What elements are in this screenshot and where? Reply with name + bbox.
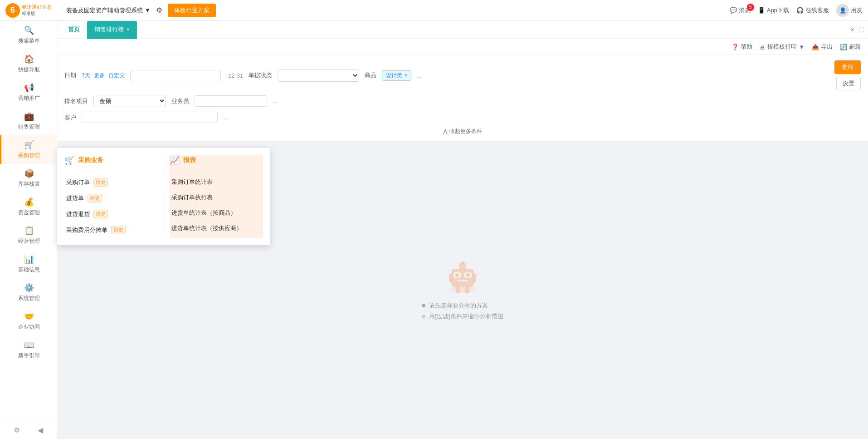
menu-item-incoming-stats-supplier-label: 进货单统计表（按供应商） xyxy=(171,224,242,232)
message-icon: 💬 xyxy=(730,7,737,14)
industry-btn[interactable]: 体验行业方案 xyxy=(168,4,216,17)
menu-item-incoming-stats-product-label: 进货单统计表（按商品） xyxy=(171,209,236,217)
online-service-label: 在线客服 xyxy=(805,6,829,15)
menu-item-returns-label: 进货退货 xyxy=(66,210,90,218)
menu-item-returns[interactable]: 进货退货 历史 xyxy=(64,206,158,222)
top-bar: 6 畅捷通好生意 标准版 装备及固定资产辅助管理系统 ▼ ⚙ 体验行业方案 💬 … xyxy=(0,0,868,21)
menu-item-purchase-order-exec-label: 采购订单执行表 xyxy=(171,193,213,202)
app-download-item[interactable]: 📱 App下载 xyxy=(758,6,789,15)
dropdown-overlay: 🛒 采购业务 采购订单 历史 进货单 历史 进货退货 历史 采购费用分摊单 xyxy=(0,21,868,439)
menu-item-purchase-order[interactable]: 采购订单 历史 xyxy=(64,174,158,190)
menu-item-purchase-expense[interactable]: 采购费用分摊单 历史 xyxy=(64,222,158,238)
system-title[interactable]: 装备及固定资产辅助管理系统 ▼ xyxy=(66,6,152,15)
user-avatar: 👤 xyxy=(836,4,849,17)
report-section-title: 📈 报表 xyxy=(170,155,263,169)
system-dropdown-icon: ▼ xyxy=(145,7,151,14)
menu-item-purchase-order-exec[interactable]: 采购订单执行表 xyxy=(170,190,263,205)
report-section-label: 报表 xyxy=(183,156,196,164)
system-title-text: 装备及固定资产辅助管理系统 xyxy=(66,6,143,15)
phone-icon: 📱 xyxy=(758,7,765,14)
dropdown-menu: 🛒 采购业务 采购订单 历史 进货单 历史 进货退货 历史 采购费用分摊单 xyxy=(57,148,270,245)
menu-item-purchase-expense-label: 采购费用分摊单 xyxy=(66,226,107,234)
logo-icon: 6 xyxy=(5,3,20,18)
app-download-label: App下载 xyxy=(767,6,789,15)
purchase-order-history-badge: 历史 xyxy=(93,178,108,187)
report-section-icon: 📈 xyxy=(170,155,180,165)
purchase-section-icon: 🛒 xyxy=(64,155,74,165)
purchase-section-label: 采购业务 xyxy=(78,156,103,164)
user-item[interactable]: 👤 用友 xyxy=(836,4,863,17)
menu-divider xyxy=(164,155,164,238)
logo-badge: 标准版 xyxy=(22,10,52,17)
logo-text: 畅捷通好生意 xyxy=(22,4,52,10)
purchase-menu-section: 🛒 采购业务 采购订单 历史 进货单 历史 进货退货 历史 采购费用分摊单 xyxy=(64,155,158,238)
online-service-item[interactable]: 🎧 在线客服 xyxy=(796,6,829,15)
returns-history-badge: 历史 xyxy=(93,210,108,218)
report-menu-section: 📈 报表 采购订单统计表 采购订单执行表 进货单统计表（按商品） 进货单统计表（… xyxy=(170,155,263,238)
purchase-section-title: 🛒 采购业务 xyxy=(64,155,158,169)
app-layout: 6 畅捷通好生意 标准版 装备及固定资产辅助管理系统 ▼ ⚙ 体验行业方案 💬 … xyxy=(0,0,868,439)
notification-badge: 5 xyxy=(747,4,754,11)
menu-item-purchase-order-stats[interactable]: 采购订单统计表 xyxy=(170,174,263,190)
menu-item-purchase-order-stats-label: 采购订单统计表 xyxy=(171,178,213,186)
message-item[interactable]: 💬 消息 5 xyxy=(730,6,751,15)
menu-item-incoming-stats-supplier[interactable]: 进货单统计表（按供应商） xyxy=(170,221,263,236)
menu-item-purchase-order-label: 采购订单 xyxy=(66,178,90,187)
logo-area: 6 畅捷通好生意 标准版 xyxy=(5,3,63,18)
purchase-expense-history-badge: 历史 xyxy=(111,226,126,234)
menu-item-incoming[interactable]: 进货单 历史 xyxy=(64,190,158,206)
headset-icon: 🎧 xyxy=(796,7,804,14)
incoming-history-badge: 历史 xyxy=(88,194,102,202)
menu-item-incoming-label: 进货单 xyxy=(66,194,84,202)
user-label: 用友 xyxy=(851,6,863,15)
menu-item-incoming-stats-product[interactable]: 进货单统计表（按商品） xyxy=(170,205,263,221)
settings-gear-icon[interactable]: ⚙ xyxy=(156,6,162,15)
top-bar-right: 💬 消息 5 📱 App下载 🎧 在线客服 👤 用友 xyxy=(730,4,863,17)
